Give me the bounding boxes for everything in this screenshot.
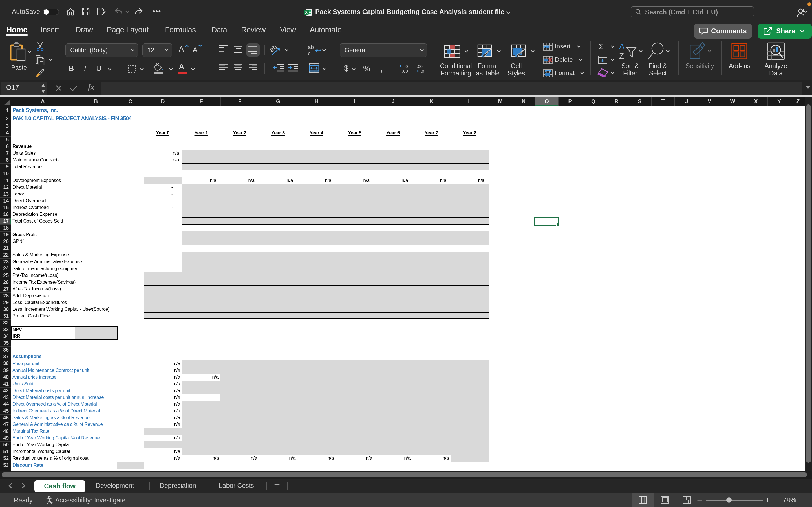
svg-text:A: A	[619, 42, 624, 51]
svg-text:.00: .00	[402, 69, 408, 73]
svg-text:.00: .00	[417, 64, 423, 69]
svg-text:c: c	[308, 50, 311, 56]
svg-text:ab: ab	[308, 44, 314, 50]
svg-text:.0: .0	[421, 69, 424, 73]
svg-text:X: X	[305, 10, 308, 14]
svg-text:Z: Z	[619, 52, 624, 60]
svg-text:.0: .0	[404, 64, 408, 69]
